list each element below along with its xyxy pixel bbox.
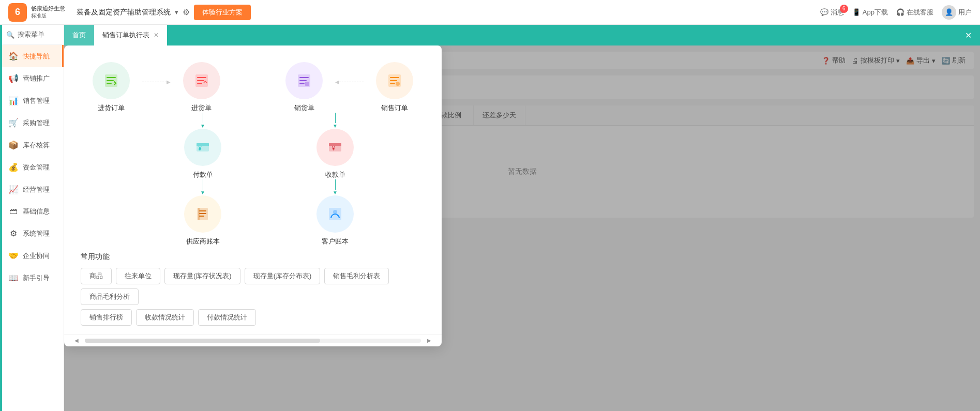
tab-sales-order[interactable]: 销售订单执行表 ✕ xyxy=(94,25,167,45)
logo-sub: 标准版 xyxy=(31,12,65,20)
sidebar-label-marketing: 营销推广 xyxy=(23,74,50,83)
sidebar-label-sales: 销售管理 xyxy=(23,96,50,105)
system-icon: ⚙ xyxy=(8,229,19,238)
app-download-action[interactable]: 📱 App下载 xyxy=(852,8,888,17)
func-btn-product[interactable]: 商品 xyxy=(81,268,112,284)
quick-icon: 🏠 xyxy=(8,51,19,61)
home-tab-label: 首页 xyxy=(72,31,86,40)
sidebar-item-inventory[interactable]: 📦 库存核算 xyxy=(2,134,64,156)
headset-icon: 🎧 xyxy=(896,8,904,16)
func-btn-product-margin[interactable]: 商品毛利分析 xyxy=(81,288,139,305)
common-functions-title: 常用功能 xyxy=(81,252,425,262)
sidebar-nav: 🏠 快捷导航 📢 营销推广 📊 销售管理 🛒 采购管理 📦 库存核 xyxy=(2,45,64,411)
sidebar-label-quick: 快捷导航 xyxy=(23,52,50,61)
tab-close-icon[interactable]: ✕ xyxy=(154,32,159,39)
top-bar-right: 💬 消息 6 📱 App下载 🎧 在线客服 👤 用户 xyxy=(820,5,972,20)
operations-icon: 📈 xyxy=(8,185,19,194)
sidebar-item-operations[interactable]: 📈 经营管理 xyxy=(2,178,64,201)
sidebar-item-purchase[interactable]: 🛒 采购管理 xyxy=(2,112,64,134)
sidebar-item-sales[interactable]: 📊 销售管理 xyxy=(2,89,64,112)
sidebar-label-purchase: 采购管理 xyxy=(23,118,50,128)
collab-icon: 🤝 xyxy=(8,251,19,261)
modal-content: 进货订单 ▶ xyxy=(64,45,442,334)
scroll-track[interactable] xyxy=(85,339,421,343)
modal-scrollbar[interactable]: ◀ ▶ xyxy=(64,334,442,346)
arrow-down-receipt: ▼ xyxy=(304,113,366,129)
sidebar-label-finance: 资金管理 xyxy=(23,163,50,172)
sidebar-item-basic[interactable]: 🗃 基础信息 xyxy=(2,201,64,222)
svg-point-5 xyxy=(396,82,400,86)
sidebar-item-quick[interactable]: 🏠 快捷导航 xyxy=(2,45,64,67)
sales-bill-circle xyxy=(285,62,323,99)
sidebar-item-system[interactable]: ⚙ 系统管理 xyxy=(2,222,64,245)
arrow-down-payment: ▼ xyxy=(172,113,234,129)
content-area: 首页 销售订单执行表 ✕ ✕ ❓ 帮助 🖨 按 xyxy=(64,25,980,411)
guide-icon: 📖 xyxy=(8,273,19,283)
tab-bar: 首页 销售订单执行表 ✕ ✕ xyxy=(64,25,980,45)
sidebar-item-guide[interactable]: 📖 新手引导 xyxy=(2,267,64,289)
supplier-ledger-circle xyxy=(184,195,221,233)
tab-bar-close-button[interactable]: ✕ xyxy=(957,31,980,40)
node-payment-bill[interactable]: ¥ 付款单 xyxy=(172,129,234,179)
purchase-order-label: 进货订单 xyxy=(98,103,125,113)
quick-nav-modal: 进货订单 ▶ xyxy=(64,45,442,346)
flow-down-arrows-row: ▼ ▼ xyxy=(81,113,425,129)
sidebar-item-marketing[interactable]: 📢 营销推广 xyxy=(2,67,64,89)
purchase-icon: 🛒 xyxy=(8,118,19,128)
receipt-bill-circle: ¥ xyxy=(316,129,354,166)
mobile-icon: 📱 xyxy=(852,8,861,16)
node-purchase-order[interactable]: 进货订单 xyxy=(81,62,142,113)
search-icon: 🔍 xyxy=(6,31,14,39)
node-customer-ledger[interactable]: 客户账本 xyxy=(304,195,366,246)
func-btn-counterpart[interactable]: 往来单位 xyxy=(116,268,160,284)
func-btn-payment-stats[interactable]: 付款情况统计 xyxy=(198,309,256,326)
func-buttons-row2: 销售排行榜 收款情况统计 付款情况统计 xyxy=(81,309,425,326)
sales-order-label: 销售订单 xyxy=(381,103,408,113)
func-btn-stock-status[interactable]: 现存量(库存状况表) xyxy=(164,268,240,284)
scroll-left-btn[interactable]: ◀ xyxy=(72,338,81,343)
sidebar-item-collab[interactable]: 🤝 企业协同 xyxy=(2,245,64,267)
flow-diagram: 进货订单 ▶ xyxy=(81,58,425,246)
logo-area: 6 畅康通好生意 标准版 xyxy=(8,3,70,22)
flow-row-1: 进货订单 ▶ xyxy=(81,62,425,113)
logo-text: 畅康通好生意 xyxy=(31,5,65,12)
user-action[interactable]: 👤 用户 xyxy=(942,5,972,20)
top-bar-center: 装备及固定资产辅助管理系统 ▾ ⚙ 体验行业方案 xyxy=(77,5,814,20)
system-title: 装备及固定资产辅助管理系统 xyxy=(77,8,171,17)
marketing-icon: 📢 xyxy=(8,73,19,83)
trial-button[interactable]: 体验行业方案 xyxy=(194,5,251,20)
sidebar-label-guide: 新手引导 xyxy=(23,273,50,283)
node-supplier-ledger[interactable]: 供应商账本 xyxy=(172,195,234,246)
func-btn-sales-rank[interactable]: 销售排行榜 xyxy=(81,309,132,326)
search-menu[interactable]: 🔍 搜索菜单 xyxy=(2,25,64,45)
message-action[interactable]: 💬 消息 6 xyxy=(820,8,844,17)
svg-rect-14 xyxy=(198,208,200,220)
system-dropdown-icon[interactable]: ▾ xyxy=(175,8,178,16)
arrow-down-supplier: ▼ xyxy=(172,179,234,195)
sidebar-label-collab: 企业协同 xyxy=(23,251,50,261)
flow-down-arrows-row2: ▼ ▼ xyxy=(81,179,425,195)
supplier-ledger-label: 供应商账本 xyxy=(186,237,220,246)
payment-bill-label: 付款单 xyxy=(193,170,213,179)
settings-icon[interactable]: ⚙ xyxy=(183,7,190,17)
avatar: 👤 xyxy=(942,5,956,20)
node-sales-order[interactable]: 销售订单 xyxy=(364,62,425,113)
modal-overlay: 进货订单 ▶ xyxy=(64,45,980,411)
scroll-right-btn[interactable]: ▶ xyxy=(425,338,433,343)
node-purchase-bill[interactable]: 进货单 xyxy=(171,62,232,113)
logo-icon: 6 xyxy=(8,3,27,22)
func-btn-stock-dist[interactable]: 现存量(库存分布表) xyxy=(245,268,321,284)
tab-home[interactable]: 首页 xyxy=(64,25,94,45)
sidebar-item-finance[interactable]: 💰 资金管理 xyxy=(2,156,64,178)
online-service-action[interactable]: 🎧 在线客服 xyxy=(896,8,933,17)
sales-icon: 📊 xyxy=(8,96,19,105)
page-content: ❓ 帮助 🖨 按模板打印 ▾ 📤 导出 ▾ 🔄 xyxy=(64,45,980,411)
func-btn-receipt-stats[interactable]: 收款情况统计 xyxy=(136,309,194,326)
node-receipt-bill[interactable]: ¥ 收款单 xyxy=(304,129,366,179)
sidebar-label-inventory: 库存核算 xyxy=(23,141,50,150)
flow-row-2: ¥ 付款单 xyxy=(81,129,425,179)
func-btn-sales-margin[interactable]: 销售毛利分析表 xyxy=(324,268,389,284)
arrow-sales-order-to-bill: ◀ xyxy=(335,79,364,85)
customer-ledger-label: 客户账本 xyxy=(322,237,349,246)
node-sales-bill[interactable]: 销货单 xyxy=(274,62,335,113)
